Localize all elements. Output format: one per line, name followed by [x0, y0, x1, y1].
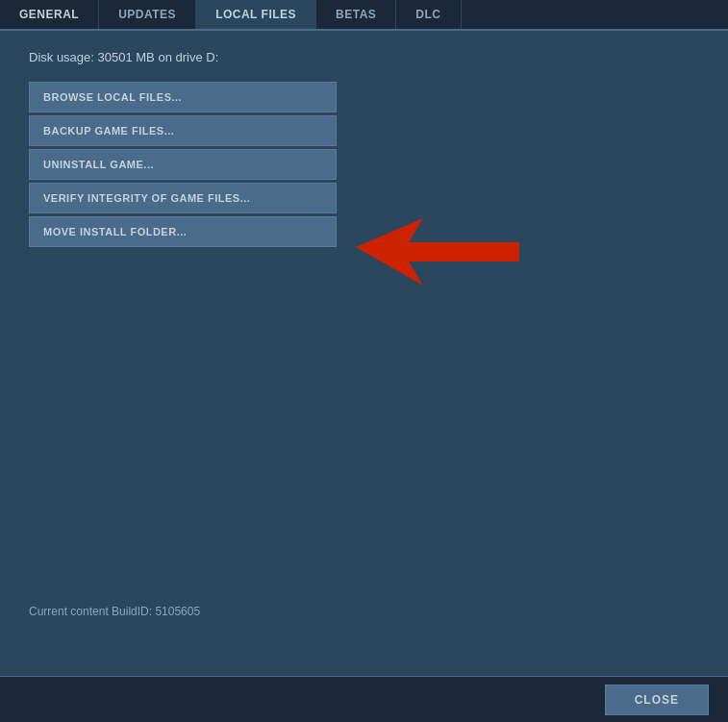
footer: CLOSE	[0, 676, 728, 722]
uninstall-game-button[interactable]: UNINSTALL GAME...	[29, 149, 337, 180]
move-install-folder-button[interactable]: MOVE INSTALL FOLDER...	[29, 216, 337, 247]
tab-bar: GENERAL UPDATES LOCAL FILES BETAS DLC	[0, 0, 728, 31]
tab-updates[interactable]: UPDATES	[99, 0, 196, 29]
tab-local-files[interactable]: LOCAL FILES	[196, 0, 316, 29]
tab-general[interactable]: GENERAL	[0, 0, 99, 29]
backup-game-files-button[interactable]: BACKUP GAME FILES...	[29, 115, 337, 146]
action-buttons-list: BROWSE LOCAL FILES... BACKUP GAME FILES.…	[29, 82, 699, 250]
steam-properties-window: GENERAL UPDATES LOCAL FILES BETAS DLC Di…	[0, 0, 728, 722]
content-area: Disk usage: 30501 MB on drive D: BROWSE …	[0, 31, 728, 676]
close-button[interactable]: CLOSE	[605, 685, 709, 715]
tab-betas[interactable]: BETAS	[316, 0, 396, 29]
disk-usage-label: Disk usage: 30501 MB on drive D:	[29, 50, 699, 64]
tab-dlc[interactable]: DLC	[396, 0, 461, 29]
browse-local-files-button[interactable]: BROWSE LOCAL FILES...	[29, 82, 337, 112]
build-id-label: Current content BuildID: 5105605	[29, 605, 200, 618]
verify-integrity-button[interactable]: VERIFY INTEGRITY OF GAME FILES...	[29, 183, 337, 213]
